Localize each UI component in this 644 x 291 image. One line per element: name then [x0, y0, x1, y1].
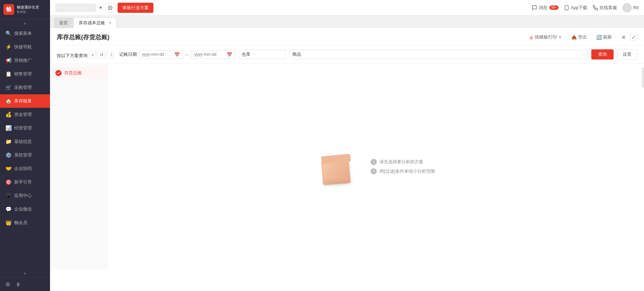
- marketing-icon: 📢: [5, 57, 11, 64]
- filter-reset-btn[interactable]: ↺: [98, 51, 105, 58]
- filter-row: 记账日期 📅 — 📅 仓库 ···: [119, 49, 637, 59]
- main-area: ▼ 体验行业方案 消息 99+ App下载 在线客服: [50, 0, 644, 291]
- scheme-icon: [55, 70, 61, 76]
- message-btn[interactable]: 消息 99+: [532, 5, 559, 11]
- filter-add-btn[interactable]: +: [89, 51, 96, 58]
- product-label: 商品: [292, 51, 301, 57]
- topbar-settings-button[interactable]: [105, 3, 115, 13]
- warehouse-label: 仓库: [242, 51, 250, 57]
- hint-num-2: 2: [371, 168, 377, 174]
- tab-home-label: 首页: [59, 20, 68, 25]
- tab-close-icon[interactable]: ✕: [108, 21, 112, 25]
- tab-home[interactable]: 首页: [54, 18, 73, 28]
- sound-bottom-icon[interactable]: ⏸: [16, 282, 21, 288]
- sidebar-item-label: 营销推广: [14, 57, 32, 64]
- empty-illustration: [317, 146, 361, 187]
- filter-area: 按以下方案查询 + ↺ 《 记账日期 📅 — 📅: [50, 45, 644, 64]
- settings-bottom-icon[interactable]: ⚙: [5, 281, 10, 288]
- sidebar-logo: 畅 畅捷通好生意 标准版: [0, 0, 50, 19]
- product-more-icon[interactable]: ···: [583, 51, 585, 57]
- user-name: Rit: [633, 5, 639, 10]
- sidebar-item-marketing[interactable]: 📢 营销推广: [0, 54, 50, 67]
- sidebar-item-label: 快捷导航: [14, 44, 32, 50]
- purchase-icon: 🛒: [5, 84, 11, 91]
- sidebar-item-sales[interactable]: 📋 销售管理: [0, 67, 50, 81]
- sidebar-item-member[interactable]: 👑 畅会员: [0, 216, 50, 229]
- sidebar-item-corp[interactable]: 🤝 企业协同: [0, 162, 50, 175]
- warehouse-filter[interactable]: 仓库 ···: [239, 50, 286, 59]
- top-bar-left: ▼ 体验行业方案: [55, 3, 528, 13]
- app-download-btn[interactable]: App下载: [564, 5, 587, 11]
- print-btn[interactable]: 🖨 按模板打印 ▼: [526, 33, 565, 42]
- print-label: 按模板打印: [535, 34, 557, 40]
- sidebar-item-label: 新手引导: [14, 179, 32, 185]
- calendar-end-icon[interactable]: 📅: [227, 52, 232, 57]
- scheme-item-stock-ledger[interactable]: 存货总账: [50, 67, 107, 79]
- sidebar-item-label: 畅会员: [14, 220, 27, 226]
- page-actions: 🖨 按模板打印 ▼ 📤 导出 🔄 刷新 ✕ ⤢: [526, 33, 637, 42]
- svg-rect-1: [565, 5, 568, 10]
- box-shadow: [321, 181, 351, 185]
- sidebar-scroll-up[interactable]: ▲: [0, 19, 50, 27]
- inventory-icon: 🏠: [5, 98, 11, 104]
- member-icon: 👑: [5, 220, 11, 226]
- date-range-filter: 记账日期 📅 — 📅: [119, 50, 235, 59]
- calendar-start-icon[interactable]: 📅: [174, 52, 180, 57]
- sidebar-item-wechat[interactable]: 💬 企业微信: [0, 202, 50, 216]
- empty-hint-2: 2 用[过滤]条件来缩小分析范围: [371, 168, 435, 174]
- filter-add-btns: 按以下方案查询 + ↺ 《: [57, 49, 114, 59]
- top-bar-right: 消息 99+ App下载 在线客服 Rit: [532, 3, 639, 13]
- export-icon: 📤: [571, 35, 577, 40]
- date-separator: —: [185, 52, 189, 57]
- industry-btn[interactable]: 体验行业方案: [118, 3, 153, 13]
- operation-icon: 📊: [5, 125, 11, 131]
- sidebar-item-guide[interactable]: 🎯 新手引导: [0, 175, 50, 189]
- breadcrumb-input[interactable]: [55, 4, 96, 12]
- date-end-input[interactable]: [194, 52, 225, 57]
- sidebar-item-system[interactable]: ⚙️ 系统管理: [0, 148, 50, 162]
- sidebar-scroll-down[interactable]: ▼: [0, 270, 50, 277]
- sidebar-item-inventory[interactable]: 🏠 库存核算: [0, 94, 50, 108]
- date-start-input[interactable]: [142, 52, 172, 57]
- sidebar-item-operation[interactable]: 📊 经营管理: [0, 121, 50, 135]
- sidebar-item-search[interactable]: 🔍 搜索菜单: [0, 27, 50, 40]
- panel-close-icon[interactable]: ✕: [621, 34, 626, 41]
- refresh-btn[interactable]: 🔄 刷新: [594, 33, 615, 42]
- quick-nav-icon: ⚡: [5, 44, 11, 50]
- query-button[interactable]: 查询: [591, 49, 614, 59]
- right-scrollbar: [642, 68, 644, 88]
- export-btn[interactable]: 📤 导出: [569, 33, 590, 42]
- sidebar-item-purchase[interactable]: 🛒 采购管理: [0, 81, 50, 94]
- hint-num-1: 1: [371, 159, 377, 165]
- empty-hint-1: 1 请先选择要分析的方案: [371, 159, 435, 165]
- logo-name: 畅捷通好生意: [17, 5, 39, 10]
- sidebar-item-label: 基础信息: [14, 139, 32, 145]
- panel-expand-icon[interactable]: ⤢: [630, 34, 637, 41]
- tab-inventory-cost[interactable]: 库存成本总账 ✕: [74, 18, 117, 28]
- setup-button[interactable]: 设置: [617, 49, 637, 59]
- sidebar-item-label: 库存核算: [14, 98, 32, 104]
- user-area[interactable]: Rit: [622, 3, 639, 13]
- filter-collapse-btn[interactable]: 《: [106, 51, 114, 58]
- warehouse-more-icon[interactable]: ···: [252, 51, 255, 57]
- appstore-icon: 📱: [5, 193, 11, 199]
- sidebar-item-appstore[interactable]: 📱 应用中心: [0, 189, 50, 202]
- online-support-btn[interactable]: 在线客服: [593, 5, 617, 11]
- sidebar-item-basic[interactable]: 📁 基础信息: [0, 135, 50, 148]
- chevron-down-icon[interactable]: ▼: [99, 5, 103, 10]
- scheme-panel: 存货总账: [50, 64, 107, 269]
- sales-icon: 📋: [5, 71, 11, 77]
- logo-icon: 畅: [3, 4, 14, 15]
- sidebar-item-label: 系统管理: [14, 152, 32, 158]
- system-icon: ⚙️: [5, 152, 11, 158]
- print-chevron-icon[interactable]: ▼: [558, 35, 562, 39]
- export-label: 导出: [578, 34, 587, 40]
- sidebar-item-quick-nav[interactable]: ⚡ 快捷导航: [0, 40, 50, 54]
- refresh-label: 刷新: [603, 34, 612, 40]
- logo-text-block: 畅捷通好生意 标准版: [17, 5, 39, 14]
- logo-badge: 标准版: [17, 10, 39, 14]
- sidebar-item-finance[interactable]: 💰 资金管理: [0, 108, 50, 121]
- sidebar-item-label: 企业协同: [14, 166, 32, 172]
- product-filter[interactable]: 商品 ···: [289, 50, 588, 59]
- hint-text-1: 请先选择要分析的方案: [379, 159, 423, 165]
